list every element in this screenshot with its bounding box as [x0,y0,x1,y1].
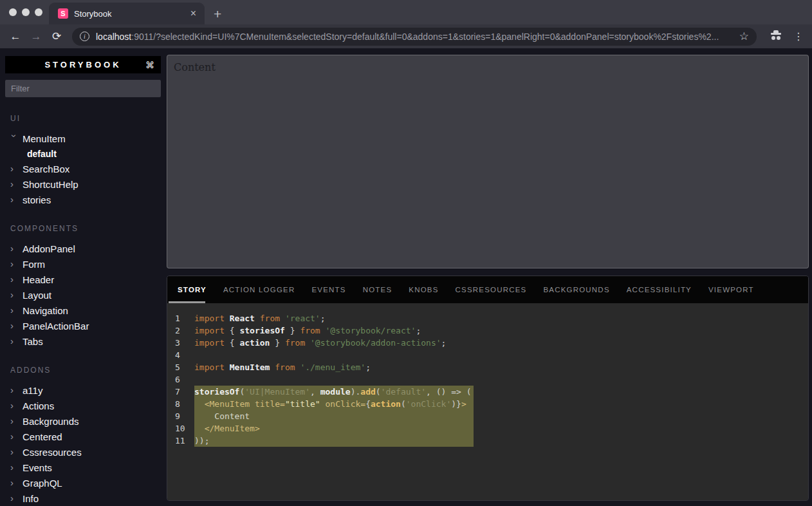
chevron-right-icon: › [10,400,18,411]
forward-button[interactable]: → [27,28,45,46]
sidebar-item-info[interactable]: ›Info [10,491,161,506]
sidebar-tree: UI›MenuItemdefault›SearchBox›ShortcutHel… [5,97,161,506]
preview-iframe: Content [167,55,809,268]
panel-tab-accessibility[interactable]: ACCESSIBILITY [627,276,692,303]
story-code-view: 1import React from 'react';2import { sto… [167,303,808,500]
story-item-default[interactable]: default [10,146,161,161]
sidebar-item-form[interactable]: ›Form [10,256,161,272]
sidebar-item-label: Events [23,462,52,473]
sidebar-item-panelactionbar[interactable]: ›PanelActionBar [10,318,161,333]
window-close-button[interactable] [9,8,17,16]
chevron-right-icon: › [10,384,18,395]
code-line: 9 Content [175,410,808,422]
chevron-right-icon: › [10,446,18,457]
line-number: 4 [175,349,188,361]
code-line: 1import React from 'react'; [175,312,808,324]
filter-input[interactable] [5,80,161,97]
window-minimize-button[interactable] [22,8,30,16]
new-tab-button[interactable]: + [214,8,221,21]
browser-tab-strip: S Storybook × + [0,0,812,24]
sidebar-item-events[interactable]: ›Events [10,460,161,475]
storybook-favicon-icon: S [58,8,68,19]
tree-section-components: COMPONENTS›AddonPanel›Form›Header›Layout… [10,224,161,349]
sidebar-item-graphql[interactable]: ›GraphQL [10,475,161,491]
sidebar-item-addonpanel[interactable]: ›AddonPanel [10,241,161,256]
preview-content-text: Content [174,61,216,73]
tab-close-icon[interactable]: × [189,8,198,19]
line-number: 5 [175,361,188,373]
code-line: 10 </MenuItem> [175,422,808,435]
panel-tab-story[interactable]: STORY [178,276,207,303]
code-line: 5import MenuItem from './menu_item'; [175,361,808,373]
chevron-right-icon: › [10,194,18,205]
code-line: 7storiesOf('UI|MenuItem', module).add('d… [175,386,808,398]
sidebar-item-stories[interactable]: ›stories [10,192,161,207]
code-line: 4 [175,349,808,361]
sidebar-item-label: GraphQL [23,478,62,489]
sidebar-item-header[interactable]: ›Header [10,272,161,287]
site-info-icon[interactable]: i [80,32,89,41]
sidebar-item-backgrounds[interactable]: ›Backgrounds [10,413,161,429]
sidebar-item-actions[interactable]: ›Actions [10,398,161,413]
sidebar-item-cssresources[interactable]: ›Cssresources [10,444,161,460]
panel-tab-notes[interactable]: NOTES [363,276,392,303]
panel-tab-cssresources[interactable]: CSSRESOURCES [456,276,527,303]
chevron-right-icon: › [10,243,18,254]
code-text: <MenuItem title="title" onClick={action(… [194,398,474,410]
sidebar-item-searchbox[interactable]: ›SearchBox [10,161,161,176]
code-text: import React from 'react'; [194,312,326,324]
chevron-right-icon: › [10,305,18,315]
sidebar-item-menuitem[interactable]: ›MenuItem [10,131,161,146]
sidebar-item-label: Navigation [23,305,68,316]
line-number: 7 [175,386,188,398]
sidebar-item-shortcuthelp[interactable]: ›ShortcutHelp [10,176,161,192]
section-label-components: COMPONENTS [10,224,161,233]
code-line: 2import { storiesOf } from '@storybook/r… [175,324,808,337]
sidebar-item-tabs[interactable]: ›Tabs [10,333,161,349]
line-number: 11 [175,435,188,447]
sidebar-item-layout[interactable]: ›Layout [10,287,161,303]
back-button[interactable]: ← [6,28,24,46]
chevron-right-icon: › [10,431,18,442]
storybook-logo: STORYBOOK [44,60,121,70]
code-text: Content [194,410,474,422]
chevron-right-icon: › [10,163,18,174]
chevron-right-icon: › [10,178,18,189]
window-zoom-button[interactable] [35,8,42,16]
line-number: 10 [175,422,188,435]
panel-tab-events[interactable]: EVENTS [311,276,346,303]
panel-tab-viewport[interactable]: VIEWPORT [708,276,754,303]
sidebar-item-label: PanelActionBar [23,321,89,332]
chevron-right-icon: › [10,320,18,331]
section-label-ui: UI [10,114,161,123]
browser-menu-icon[interactable]: ⋮ [791,30,806,42]
line-number: 2 [175,324,188,337]
address-bar[interactable]: i localhost:9011/?selectedKind=UI%7CMenu… [72,28,757,46]
panel-tab-backgrounds[interactable]: BACKGROUNDS [543,276,609,303]
tab-title: Storybook [74,9,189,19]
addon-panel: STORYACTION LOGGEREVENTSNOTESKNOBSCSSRES… [167,276,809,501]
command-key-icon[interactable]: ⌘ [145,60,154,70]
sidebar-item-navigation[interactable]: ›Navigation [10,303,161,318]
chevron-right-icon: › [10,477,18,488]
code-line: 11)); [175,435,808,447]
sidebar-item-a11y[interactable]: ›a11y [10,382,161,398]
code-text: storiesOf('UI|MenuItem', module).add('de… [194,386,474,398]
panel-tab-knobs[interactable]: KNOBS [409,276,438,303]
chevron-down-icon: › [9,134,20,142]
storybook-app: STORYBOOK ⌘ UI›MenuItemdefault›SearchBox… [0,48,812,506]
sidebar-item-label: Tabs [23,336,43,347]
line-number: 1 [175,312,188,324]
panel-tab-action-logger[interactable]: ACTION LOGGER [223,276,295,303]
code-line: 8 <MenuItem title="title" onClick={actio… [175,398,808,410]
browser-tab[interactable]: S Storybook × [49,3,205,24]
code-text: import { storiesOf } from '@storybook/re… [194,324,421,337]
bookmark-star-icon[interactable]: ☆ [739,30,749,43]
sidebar-item-label: Layout [23,290,51,301]
sidebar-item-label: Header [23,274,54,285]
sidebar-item-centered[interactable]: ›Centered [10,429,161,444]
incognito-icon [768,33,784,40]
line-number: 9 [175,410,188,422]
sidebar: STORYBOOK ⌘ UI›MenuItemdefault›SearchBox… [0,48,166,506]
reload-button[interactable]: ⟳ [48,28,66,46]
